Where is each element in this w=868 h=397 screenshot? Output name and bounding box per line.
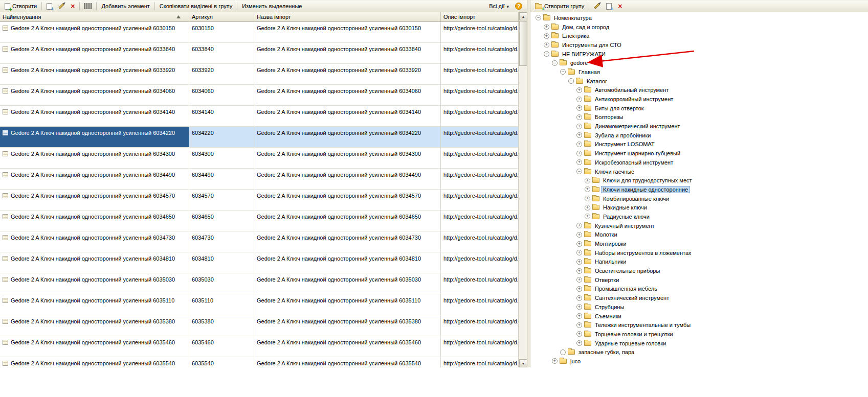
tree-item[interactable]: Ключи накидные односторонние [530, 185, 868, 194]
table-row[interactable]: Gedore 2 A Ключ накидной односторонний у… [0, 231, 519, 252]
copy-selected-to-group-button[interactable]: Скопіювати виділені в групу [157, 2, 235, 10]
barcode-button[interactable] [82, 2, 94, 10]
tree-expander-icon[interactable] [576, 97, 582, 102]
tree-item[interactable]: Номенклатура [530, 13, 868, 22]
tree-expander-icon[interactable] [560, 69, 566, 75]
tree-expander-icon[interactable] [544, 51, 549, 57]
table-row[interactable]: Gedore 2 A Ключ накидной односторонний у… [0, 273, 519, 294]
tree-expander-icon[interactable] [576, 124, 582, 129]
table-row[interactable]: Gedore 2 A Ключ накидной односторонний у… [0, 336, 519, 357]
edit-group-button[interactable] [591, 4, 603, 8]
tree-item[interactable]: Съемники [530, 312, 868, 321]
copy-group-button[interactable] [604, 2, 614, 11]
tree-item[interactable]: gedore [530, 58, 868, 67]
tree-item[interactable]: Осветительные приборы [530, 266, 868, 275]
tree-expander-icon[interactable] [552, 60, 558, 66]
tree-expander-icon[interactable] [560, 349, 566, 355]
edit-selected-button[interactable]: Изменить выделенные [239, 2, 304, 10]
tree-item[interactable]: juco [530, 357, 868, 366]
table-row[interactable]: Gedore 2 A Ключ накидной односторонний у… [0, 169, 519, 190]
tree-item[interactable]: Ключи гаечные [530, 167, 868, 176]
column-header-name[interactable]: Найменування [0, 12, 189, 21]
delete-item-button[interactable] [68, 2, 77, 11]
scroll-down-button[interactable]: ▼ [519, 359, 527, 367]
tree-item[interactable]: Ключи для труднодоступных мест [530, 176, 868, 185]
vertical-scrollbar[interactable]: ▲ ▼ [519, 12, 527, 367]
table-row[interactable]: Gedore 2 A Ключ накидной односторонний у… [0, 252, 519, 273]
tree-item[interactable]: Радиусные ключи [530, 212, 868, 221]
tree-item[interactable]: Накидные ключи [530, 203, 868, 212]
tree-item[interactable]: Кузнечный инструмент [530, 221, 868, 230]
edit-item-button[interactable] [56, 4, 67, 8]
tree-expander-icon[interactable] [585, 205, 590, 211]
tree-item[interactable]: Дом, сад и огород [530, 22, 868, 32]
tree-expander-icon[interactable] [576, 259, 582, 265]
tree-expander-icon[interactable] [576, 331, 582, 337]
tree-expander-icon[interactable] [536, 15, 541, 20]
tree-expander-icon[interactable] [576, 268, 582, 274]
column-header-import-desc[interactable]: Опис імпорт [441, 12, 519, 21]
tree-item[interactable]: Каталог [530, 77, 868, 86]
tree-expander-icon[interactable] [576, 169, 582, 174]
table-row[interactable]: Gedore 2 A Ключ накидной односторонний у… [0, 148, 519, 169]
tree-expander-icon[interactable] [576, 159, 582, 165]
tree-expander-icon[interactable] [576, 114, 582, 120]
tree-item[interactable]: Болторезы [530, 113, 868, 122]
tree-expander-icon[interactable] [576, 322, 582, 328]
tree-item[interactable]: Зубила и пробойники [530, 131, 868, 140]
tree-item[interactable]: Тележки инструментальные и тумбы [530, 320, 868, 330]
tree-expander-icon[interactable] [568, 78, 574, 84]
tree-item[interactable]: Автомобильный инструмент [530, 86, 868, 95]
tree-expander-icon[interactable] [576, 105, 582, 111]
table-row[interactable]: Gedore 2 A Ключ накидной односторонний у… [0, 294, 519, 315]
tree-expander-icon[interactable] [544, 24, 549, 30]
tree-item[interactable]: Торцевые головки и трещотки [530, 330, 868, 339]
tree-item[interactable]: Комбинированные ключи [530, 194, 868, 203]
tree-expander-icon[interactable] [576, 151, 582, 156]
table-row[interactable]: Gedore 2 A Ключ накидной односторонний у… [0, 127, 519, 148]
create-button[interactable]: Створити [2, 2, 39, 11]
table-row[interactable]: Gedore 2 A Ключ накидной односторонний у… [0, 43, 519, 64]
scrollbar-thumb[interactable] [519, 21, 527, 66]
column-header-import-name[interactable]: Назва імпорт [254, 12, 441, 21]
table-row[interactable]: Gedore 2 A Ключ накидной односторонний у… [0, 106, 519, 127]
tree-expander-icon[interactable] [576, 250, 582, 255]
tree-expander-icon[interactable] [576, 223, 582, 228]
tree-item[interactable]: Биты для отверток [530, 104, 868, 113]
tree-item[interactable]: Монтировки [530, 239, 868, 248]
tree-expander-icon[interactable] [576, 277, 582, 283]
tree-expander-icon[interactable] [576, 286, 582, 292]
table-row[interactable]: Gedore 2 A Ключ накидной односторонний у… [0, 22, 519, 43]
tree-expander-icon[interactable] [576, 241, 582, 247]
column-header-article[interactable]: Артикул [189, 12, 254, 21]
tree-item[interactable]: Промышленная мебель [530, 285, 868, 294]
tree-expander-icon[interactable] [576, 295, 582, 301]
tree-expander-icon[interactable] [552, 358, 558, 364]
tree-expander-icon[interactable] [544, 33, 549, 39]
tree-item[interactable]: Струбцины [530, 302, 868, 312]
tree-item[interactable]: Сантехнический инструмент [530, 293, 868, 302]
tree-expander-icon[interactable] [585, 196, 590, 201]
tree-expander-icon[interactable] [544, 42, 549, 48]
help-button[interactable]: ? [513, 2, 525, 11]
scrollbar-track[interactable] [519, 66, 527, 359]
tree-expander-icon[interactable] [576, 313, 582, 319]
tree-item[interactable]: Отвертки [530, 275, 868, 285]
table-row[interactable]: Gedore 2 A Ключ накидной односторонний у… [0, 315, 519, 336]
tree-expander-icon[interactable] [576, 304, 582, 310]
table-row[interactable]: Gedore 2 A Ключ накидной односторонний у… [0, 64, 519, 85]
tree-item[interactable]: Електрика [530, 31, 868, 40]
tree-expander-icon[interactable] [576, 87, 582, 93]
tree-expander-icon[interactable] [585, 186, 590, 192]
table-row[interactable]: Gedore 2 A Ключ накидной односторонний у… [0, 190, 519, 211]
tree-expander-icon[interactable] [585, 178, 590, 183]
add-element-button[interactable]: Добавить элемент [99, 2, 152, 10]
tree-item[interactable]: Инструмент LOSOMAT [530, 140, 868, 149]
tree-expander-icon[interactable] [585, 214, 590, 219]
tree-item[interactable]: Напильники [530, 258, 868, 267]
table-row[interactable]: Gedore 2 A Ключ накидной односторонний у… [0, 85, 519, 106]
tree-expander-icon[interactable] [576, 132, 582, 138]
tree-item[interactable]: Инструмент шарнирно-губцевый [530, 149, 868, 158]
tree-item[interactable]: НЕ ВИГРУЖАТИ [530, 50, 868, 59]
tree-item[interactable]: Искробезопасный инструмент [530, 158, 868, 167]
